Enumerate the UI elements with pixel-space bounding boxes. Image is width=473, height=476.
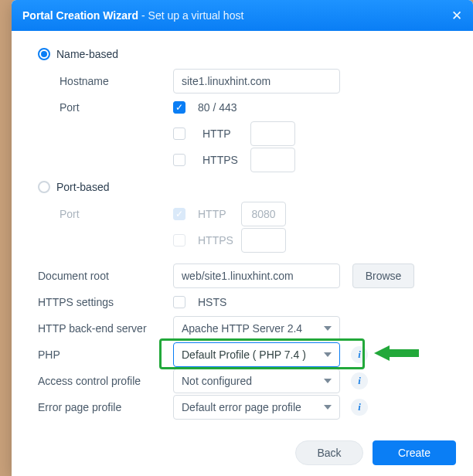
create-button[interactable]: Create bbox=[373, 440, 456, 465]
wizard-modal: Portal Creation Wizard - Set up a virtua… bbox=[12, 0, 473, 476]
port-based-radio-row[interactable]: Port-based bbox=[38, 181, 451, 193]
titlebar: Portal Creation Wizard - Set up a virtua… bbox=[12, 0, 473, 31]
name-based-radio-row[interactable]: Name-based bbox=[38, 48, 451, 60]
backend-select[interactable]: Apache HTTP Server 2.4 bbox=[173, 316, 340, 341]
pb-port-label: Port bbox=[38, 208, 173, 220]
title: Portal Creation Wizard bbox=[22, 9, 138, 22]
http-port-input[interactable] bbox=[250, 121, 295, 146]
backend-value: Apache HTTP Server 2.4 bbox=[182, 322, 302, 335]
php-select[interactable]: Default Profile ( PHP 7.4 ) bbox=[173, 342, 340, 367]
name-based-label: Name-based bbox=[56, 48, 118, 60]
epp-select[interactable]: Default error page profile bbox=[173, 395, 340, 420]
pb-http-checkbox bbox=[173, 208, 185, 220]
pb-http-port-input bbox=[241, 202, 286, 226]
radio-port-based[interactable] bbox=[38, 181, 50, 193]
epp-label: Error page profile bbox=[38, 401, 173, 413]
https-settings-label: HTTPS settings bbox=[38, 296, 173, 308]
pb-http-label: HTTP bbox=[198, 208, 235, 220]
info-icon[interactable]: i bbox=[351, 346, 368, 363]
default-ports-checkbox[interactable] bbox=[173, 101, 185, 114]
https-checkbox[interactable] bbox=[173, 154, 185, 166]
doc-root-input[interactable] bbox=[173, 264, 340, 288]
radio-name-based[interactable] bbox=[38, 48, 50, 60]
chevron-down-icon bbox=[324, 352, 332, 357]
info-icon[interactable]: i bbox=[351, 372, 368, 389]
http-label: HTTP bbox=[202, 128, 240, 140]
php-value: Default Profile ( PHP 7.4 ) bbox=[182, 348, 306, 361]
hostname-label: Hostname bbox=[38, 75, 173, 87]
acp-value: Not configured bbox=[182, 375, 252, 387]
chevron-down-icon bbox=[324, 405, 332, 410]
browse-button[interactable]: Browse bbox=[352, 264, 414, 288]
https-label: HTTPS bbox=[202, 154, 240, 166]
epp-value: Default error page profile bbox=[182, 401, 301, 413]
default-ports-label: 80 / 443 bbox=[198, 101, 237, 114]
https-port-input[interactable] bbox=[250, 148, 295, 172]
acp-select[interactable]: Not configured bbox=[173, 369, 340, 393]
hsts-label: HSTS bbox=[198, 296, 226, 308]
subtitle: - Set up a virtual host bbox=[141, 9, 243, 22]
doc-root-label: Document root bbox=[38, 270, 173, 282]
hostname-input[interactable] bbox=[173, 69, 340, 94]
pb-https-label: HTTPS bbox=[198, 234, 235, 246]
port-based-label: Port-based bbox=[56, 181, 109, 193]
hsts-checkbox[interactable] bbox=[173, 296, 185, 308]
acp-label: Access control profile bbox=[38, 375, 173, 387]
http-checkbox[interactable] bbox=[173, 128, 185, 140]
info-icon[interactable]: i bbox=[351, 399, 368, 416]
pb-https-checkbox bbox=[173, 234, 185, 246]
port-label: Port bbox=[38, 101, 173, 114]
php-label: PHP bbox=[38, 348, 173, 361]
close-icon[interactable]: ✕ bbox=[451, 8, 462, 24]
chevron-down-icon bbox=[324, 326, 332, 331]
back-button[interactable]: Back bbox=[295, 440, 363, 465]
pb-https-port-input bbox=[241, 228, 286, 253]
chevron-down-icon bbox=[324, 379, 332, 383]
form-body: Name-based Hostname Port 80 / 443 HTTP H… bbox=[12, 31, 473, 433]
backend-label: HTTP back-end server bbox=[38, 322, 173, 335]
footer: Back Create bbox=[12, 433, 473, 476]
annotation-arrow bbox=[374, 345, 419, 361]
